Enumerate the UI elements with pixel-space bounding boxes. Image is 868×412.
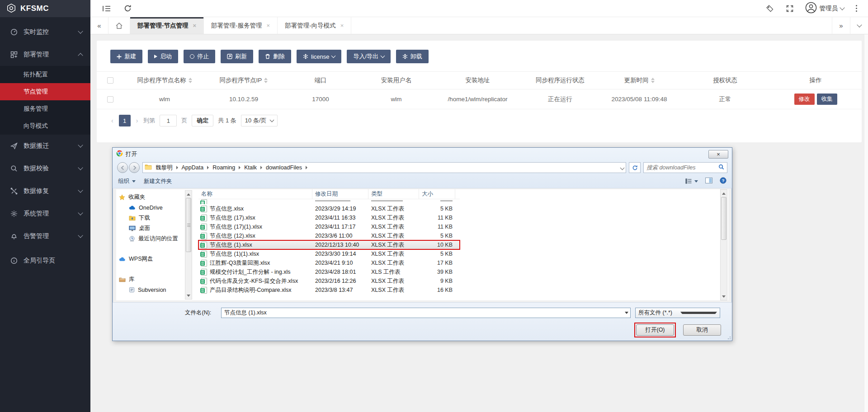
sort-icon[interactable] — [651, 78, 655, 83]
sidebar-item-realtime-monitor[interactable]: 实时监控 — [0, 21, 90, 43]
sidebar-item-alarm-manage[interactable]: 告警管理 — [0, 225, 90, 248]
sidebar-item-wizard-mode[interactable]: 向导模式 — [0, 117, 90, 135]
tab-close-icon[interactable]: × — [193, 22, 197, 29]
refresh-button[interactable]: 刷新 — [221, 50, 253, 63]
column-name[interactable]: 名称 — [198, 189, 312, 199]
breadcrumb[interactable]: 魏黎明 AppData Roaming Ktalk downlo — [142, 162, 626, 173]
nav-downloads[interactable]: 下载 — [119, 213, 182, 223]
home-tab[interactable] — [108, 17, 130, 34]
sort-icon[interactable] — [189, 78, 192, 83]
scrollbar-thumb[interactable] — [721, 197, 726, 240]
help-icon[interactable]: ? — [720, 177, 726, 185]
delete-button[interactable]: 删除 — [259, 50, 291, 63]
column-date[interactable]: 修改日期 — [312, 189, 368, 199]
filetype-combo[interactable]: 所有文件 (*.*) — [635, 308, 720, 318]
dialog-close-button[interactable]: × — [708, 150, 728, 159]
file-row[interactable]: 节点信息 (1).xlsx 2022/12/13 10:40 XLSX 工作表 … — [198, 240, 460, 249]
column-size[interactable]: 大小 — [419, 189, 455, 199]
sidebar-item-deploy-manage[interactable]: 部署管理 — [0, 43, 90, 66]
nav-wps-drive[interactable]: WPS网盘 — [119, 254, 182, 264]
sort-icon[interactable] — [264, 78, 268, 83]
breadcrumb-segment[interactable]: Ktalk — [243, 164, 258, 171]
breadcrumb-segment[interactable]: downloadFiles — [265, 164, 303, 171]
column-type[interactable]: 类型 — [368, 189, 419, 199]
sidebar-item-topology-config[interactable]: 拓扑配置 — [0, 66, 90, 83]
dialog-title-bar[interactable]: 打开 × — [113, 148, 732, 160]
collect-button[interactable]: 收集 — [817, 94, 837, 105]
tab-close-icon[interactable]: × — [267, 22, 270, 29]
sidebar-item-global-guide[interactable]: 全局引导页 — [0, 249, 90, 272]
preview-pane-icon[interactable] — [705, 178, 712, 185]
cancel-button[interactable]: 取消 — [683, 324, 721, 336]
forward-button[interactable] — [129, 162, 140, 173]
stop-button[interactable]: 停止 — [184, 50, 215, 63]
breadcrumb-segment[interactable]: 魏黎明 — [155, 164, 174, 172]
tab-service-manage[interactable]: 部署管理-服务管理 × — [204, 17, 278, 34]
tabs-collapse-left-icon[interactable]: « — [90, 17, 108, 34]
user-menu[interactable]: 管理员 — [805, 2, 844, 15]
file-row[interactable]: 节点信息 (1)(1).xlsx 2023/3/30 19:14 XLSX 工作… — [198, 249, 460, 258]
nav-desktop[interactable]: 桌面 — [119, 223, 182, 234]
uninstall-button[interactable]: 卸载 — [396, 50, 429, 63]
sidebar-item-service-manage[interactable]: 服务管理 — [0, 100, 90, 117]
file-row[interactable] — [198, 199, 460, 204]
page-number[interactable]: 1 — [119, 115, 131, 126]
combo-dropdown-icon[interactable] — [623, 308, 630, 318]
back-button[interactable] — [117, 162, 128, 173]
prev-page-icon[interactable]: ‹ — [110, 117, 114, 124]
address-refresh-button[interactable] — [629, 162, 641, 173]
search-input[interactable] — [646, 164, 716, 171]
tabs-expand-right-icon[interactable]: » — [832, 17, 850, 34]
nav-favorites[interactable]: 收藏夹 — [119, 192, 182, 202]
filename-input[interactable] — [222, 309, 623, 316]
goto-page-input[interactable] — [160, 115, 177, 126]
filename-combo[interactable] — [221, 308, 631, 318]
start-button[interactable]: 启动 — [148, 50, 178, 63]
select-all-checkbox[interactable] — [107, 77, 113, 84]
file-row[interactable]: 节点信息 (17).xlsx 2023/4/11 16:33 XLSX 工作表 … — [198, 213, 460, 222]
file-row[interactable]: 规模交付计划_工作分解 - ing.xls 2023/4/28 18:01 XL… — [198, 267, 460, 276]
resize-grip[interactable] — [726, 335, 731, 339]
tabs-menu-chevron-icon[interactable] — [850, 17, 868, 34]
nav-onedrive[interactable]: OneDrive — [119, 202, 182, 213]
confirm-page-button[interactable]: 确定 — [192, 115, 213, 126]
breadcrumb-segment[interactable]: AppData — [181, 164, 205, 171]
sidebar-item-system-manage[interactable]: 系统管理 — [0, 202, 90, 225]
file-row[interactable]: 节点信息 (12).xlsx 2023/3/6 11:00 XLSX 工作表 5… — [198, 231, 460, 240]
open-button[interactable]: 打开(O) — [636, 324, 674, 336]
menu-fold-icon[interactable] — [102, 4, 111, 13]
next-page-icon[interactable]: › — [135, 117, 139, 124]
nav-libraries[interactable]: 库 — [119, 274, 182, 285]
refresh-icon[interactable] — [123, 4, 132, 13]
per-page-select[interactable]: 10 条/页 — [241, 115, 278, 126]
tab-node-manage[interactable]: 部署管理-节点管理 × — [130, 17, 204, 34]
scrollbar-thumb[interactable] — [186, 198, 191, 252]
kebab-menu-icon[interactable] — [855, 4, 858, 13]
file-row[interactable]: 江胜辉-Q3质量回溯.xlsx 2023/4/21 9:10 XLSX 工作表 … — [198, 258, 460, 267]
breadcrumb-segment[interactable]: Roaming — [212, 164, 236, 171]
nav-recent-places[interactable]: 最近访问的位置 — [119, 234, 182, 244]
tab-wizard-mode[interactable]: 部署管理-向导模式 × — [278, 17, 351, 34]
modify-button[interactable]: 修改 — [794, 94, 815, 105]
fullscreen-icon[interactable] — [785, 4, 794, 13]
address-dropdown-icon[interactable] — [620, 165, 625, 170]
search-box[interactable] — [643, 162, 727, 173]
row-checkbox[interactable] — [107, 96, 113, 103]
file-row[interactable]: 节点信息 (17)(1).xlsx 2023/4/11 17:17 XLSX 工… — [198, 222, 460, 231]
organize-dropdown[interactable]: 组织 — [118, 178, 136, 185]
nav-pane-scrollbar[interactable] — [185, 190, 192, 300]
sidebar-item-data-repair[interactable]: 数据修复 — [0, 180, 90, 202]
license-dropdown-button[interactable]: license — [297, 50, 341, 63]
page-scrollbar[interactable] — [864, 34, 868, 412]
file-row[interactable]: 节点信息.xlsx 2023/3/29 14:19 XLSX 工作表 5 KB — [198, 204, 460, 213]
nav-subversion[interactable]: Subversion — [119, 285, 182, 295]
file-list-scrollbar[interactable] — [720, 189, 727, 300]
tab-close-icon[interactable]: × — [340, 22, 344, 29]
create-button[interactable]: 新建 — [110, 50, 142, 63]
view-mode-dropdown[interactable] — [685, 178, 698, 184]
sidebar-item-node-manage[interactable]: 节点管理 — [0, 83, 90, 100]
tag-icon[interactable] — [765, 4, 774, 13]
import-export-dropdown-button[interactable]: 导入/导出 — [347, 50, 391, 63]
file-row[interactable]: 代码仓库及分支-KFS-提交合并.xlsx 2023/2/16 12:26 XL… — [198, 276, 460, 286]
new-folder-button[interactable]: 新建文件夹 — [144, 178, 172, 185]
